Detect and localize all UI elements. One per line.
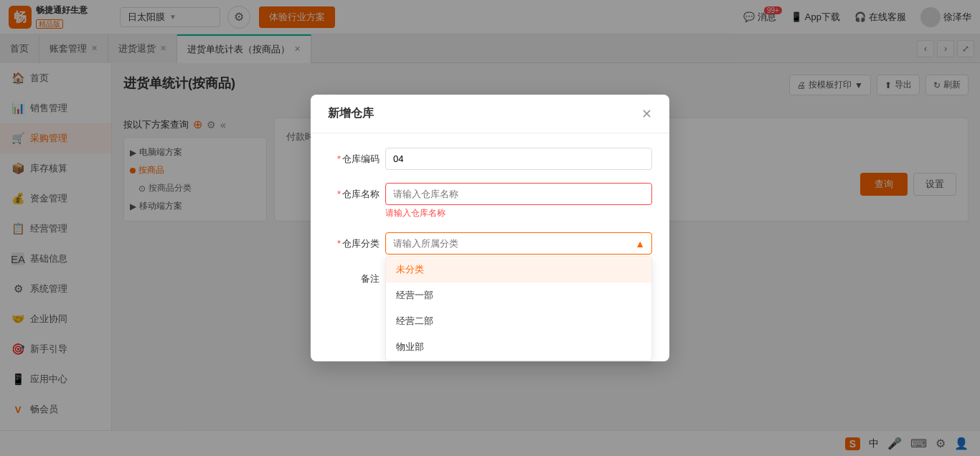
category-label: 仓库分类 (328, 232, 385, 250)
modal-title: 新增仓库 (328, 106, 374, 121)
dropdown-item-1[interactable]: 经营一部 (386, 282, 651, 308)
name-error-msg: 请输入仓库名称 (385, 207, 652, 219)
code-field: 仓库编码 (328, 148, 652, 170)
category-input-wrapper: ▲ 未分类 经营一部 经营二部 物业部 (385, 232, 652, 255)
name-field: 仓库名称 请输入仓库名称 (328, 183, 652, 219)
name-input-wrapper: 请输入仓库名称 (385, 183, 652, 219)
add-warehouse-modal: 新增仓库 ✕ 仓库编码 仓库名称 请输入仓库名称 仓库分类 ▲ (311, 95, 669, 361)
note-label: 备注 (328, 267, 385, 285)
code-input[interactable] (385, 148, 652, 170)
code-input-wrapper (385, 148, 652, 170)
dropdown-item-2[interactable]: 经营二部 (386, 308, 651, 334)
modal-header: 新增仓库 ✕ (311, 95, 669, 133)
modal-close-icon[interactable]: ✕ (641, 108, 652, 120)
code-label: 仓库编码 (328, 148, 385, 166)
category-dropdown: 未分类 经营一部 经营二部 物业部 (385, 256, 652, 361)
name-label: 仓库名称 (328, 183, 385, 201)
dropdown-item-0[interactable]: 未分类 (386, 257, 651, 282)
name-input[interactable] (385, 183, 652, 205)
category-field: 仓库分类 ▲ 未分类 经营一部 经营二部 物业部 (328, 232, 652, 255)
chevron-up-icon[interactable]: ▲ (635, 238, 645, 250)
dropdown-item-3[interactable]: 物业部 (386, 334, 651, 360)
category-input[interactable] (385, 232, 652, 255)
modal-body: 仓库编码 仓库名称 请输入仓库名称 仓库分类 ▲ 未分类 经营一部 (311, 133, 669, 317)
